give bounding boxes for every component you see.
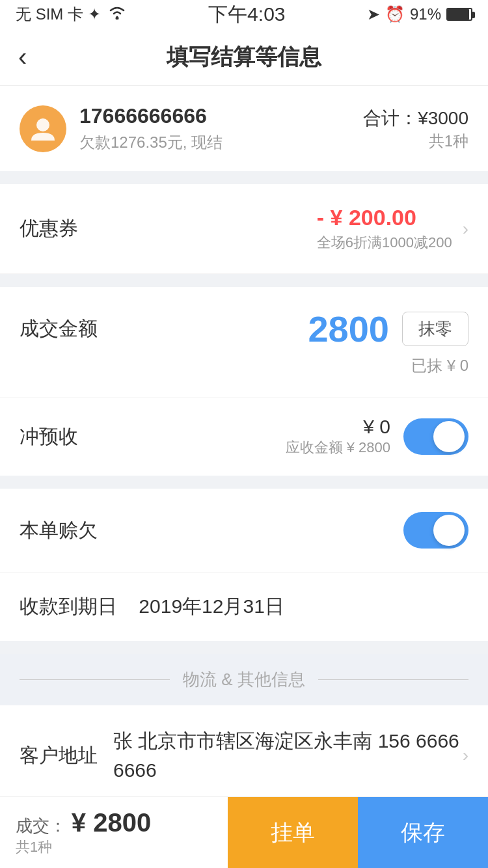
customer-info: 17666666666 欠款1276.35元, 现结 (79, 104, 223, 153)
debt-toggle[interactable] (403, 512, 468, 549)
hang-button[interactable]: 挂单 (228, 797, 358, 869)
status-time: 下午4:03 (208, 1, 285, 28)
bottom-info: 成交： ¥ 2800 共1种 (0, 808, 228, 857)
page-title: 填写结算等信息 (167, 42, 321, 72)
alarm-icon: ⏰ (385, 5, 405, 23)
address-chevron-icon: › (463, 745, 468, 766)
total-label: 合计：¥3000 (363, 106, 468, 131)
duedate-label: 收款到期日 (20, 595, 117, 617)
bottom-deal-label: 成交： (16, 816, 66, 835)
precollect-toggle-knob (433, 421, 465, 452)
bottom-deal-amount: ¥ 2800 (72, 808, 151, 837)
customer-debt: 欠款1276.35元, 现结 (79, 132, 223, 153)
logistics-divider: 物流 & 其他信息 (0, 654, 488, 705)
svg-point-0 (115, 17, 118, 20)
chevron-right-icon: › (463, 219, 468, 239)
back-button[interactable]: ‹ (18, 42, 27, 72)
nav-bar: ‹ 填写结算等信息 (0, 29, 488, 86)
customer-phone: 17666666666 (79, 104, 223, 128)
avatar (20, 105, 66, 152)
divider-4 (0, 641, 488, 654)
amount-main-value[interactable]: 2800 (308, 308, 389, 350)
status-right: ➤ ⏰ 91% (367, 5, 472, 23)
debt-label: 本单赊欠 (20, 517, 98, 544)
total-label-text: 合计： (363, 108, 418, 128)
precollect-label: 冲预收 (20, 424, 78, 450)
coupon-amount: - ¥ 200.00 (317, 205, 452, 230)
logistics-line-left (20, 679, 170, 680)
battery-percent: 91% (410, 5, 441, 23)
customer-left: 17666666666 欠款1276.35元, 现结 (20, 104, 223, 153)
debt-row: 本单赊欠 (0, 489, 488, 572)
coupon-label: 优惠券 (20, 215, 78, 242)
coupon-row[interactable]: 优惠券 - ¥ 200.00 全场6折满1000减200 › (0, 184, 488, 274)
status-left: 无 SIM 卡 ✦ (16, 4, 127, 25)
battery-icon (446, 8, 472, 21)
precollect-toggle[interactable] (403, 418, 468, 455)
address-content: 张 北京市市辖区海淀区永丰南 156 6666 6666 (113, 726, 463, 785)
sim-label: 无 SIM 卡 ✦ (16, 4, 101, 25)
amount-label: 成交金额 (20, 316, 98, 342)
amount-value-group: 2800 抹零 (308, 308, 468, 350)
debt-toggle-knob (433, 515, 465, 546)
duedate-value: 2019年12月31日 (139, 595, 284, 617)
status-bar: 无 SIM 卡 ✦ 下午4:03 ➤ ⏰ 91% (0, 0, 488, 29)
total-amount: ¥3000 (418, 108, 468, 128)
svg-point-1 (36, 118, 49, 131)
save-button[interactable]: 保存 (358, 797, 488, 869)
coupon-right: - ¥ 200.00 全场6折满1000减200 › (317, 205, 468, 252)
amount-row: 成交金额 2800 抹零 (20, 308, 468, 350)
coupon-value-group: - ¥ 200.00 全场6折满1000减200 (317, 205, 452, 252)
amount-section: 成交金额 2800 抹零 已抹 ¥ 0 (0, 287, 488, 397)
content: 17666666666 欠款1276.35元, 现结 合计：¥3000 共1种 … (0, 86, 488, 868)
divider-2 (0, 274, 488, 287)
bottom-deal-count: 共1种 (16, 837, 212, 857)
total-count: 共1种 (363, 131, 468, 152)
coupon-desc: 全场6折满1000减200 (317, 233, 452, 252)
logistics-line-right (318, 679, 468, 680)
customer-card: 17666666666 欠款1276.35元, 现结 合计：¥3000 共1种 (0, 86, 488, 171)
divider-3 (0, 476, 488, 489)
logistics-text: 物流 & 其他信息 (183, 668, 305, 691)
location-icon: ➤ (367, 5, 380, 23)
duedate-content: 收款到期日 2019年12月31日 (20, 595, 284, 617)
address-label: 客户地址 (20, 742, 98, 769)
amount-sub: 已抹 ¥ 0 (20, 355, 468, 376)
precollect-amount-group: ¥ 0 应收金额 ¥ 2800 (286, 416, 390, 457)
round-button[interactable]: 抹零 (402, 312, 468, 346)
precollect-row: 冲预收 ¥ 0 应收金额 ¥ 2800 (0, 397, 488, 476)
address-row[interactable]: 客户地址 张 北京市市辖区海淀区永丰南 156 6666 6666 › (0, 705, 488, 806)
bottom-deal-row: 成交： ¥ 2800 (16, 808, 212, 837)
precollect-zero: ¥ 0 (286, 416, 390, 438)
precollect-receivable: 应收金额 ¥ 2800 (286, 438, 390, 457)
avatar-icon (27, 113, 59, 144)
divider-1 (0, 171, 488, 184)
bottom-bar: 成交： ¥ 2800 共1种 挂单 保存 (0, 796, 488, 868)
precollect-right: ¥ 0 应收金额 ¥ 2800 (286, 416, 468, 457)
wifi-icon (107, 5, 127, 23)
customer-total: 合计：¥3000 共1种 (363, 106, 468, 152)
duedate-row: 收款到期日 2019年12月31日 (0, 572, 488, 641)
